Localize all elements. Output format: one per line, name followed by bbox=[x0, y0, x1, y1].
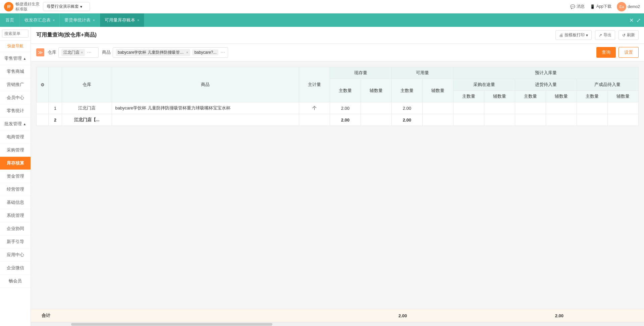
th-production-sub: 辅数量 bbox=[607, 91, 638, 102]
tab-available-stock-close[interactable]: × bbox=[137, 18, 139, 22]
table-area: ⚙ 仓库 商品 主计量 现存量 可用量 预计入库量 主数量 辅数量 主数量 辅数… bbox=[31, 61, 644, 309]
th-purchase-main: 主数量 bbox=[453, 91, 484, 102]
product-tag-1-close[interactable]: × bbox=[186, 50, 188, 54]
sidebar-item-member2[interactable]: 畅会员 bbox=[0, 275, 31, 288]
arrow-icon-2: ▲ bbox=[23, 122, 26, 126]
page-header: 可用量查询(按仓库+商品) 🖨 按模板打印 ▾ ↗ 导出 ↺ 刷新 bbox=[31, 27, 644, 44]
footer-available-main: 2.00 bbox=[546, 313, 573, 318]
row1-unit: 个 bbox=[299, 102, 330, 114]
row2-product bbox=[112, 114, 299, 126]
top-bar-right: 💬 消息 📱 App下载 Ea demo2 bbox=[570, 2, 640, 11]
row2-incoming-main bbox=[515, 114, 546, 126]
top-bar: 好 畅捷通好生意 标准版 母婴行业演示账套 ▾ 💬 消息 📱 App下载 Ea … bbox=[0, 0, 644, 13]
store-selector[interactable]: 母婴行业演示账套 ▾ bbox=[43, 2, 90, 11]
sidebar-item-retail-stats[interactable]: 零售统计 bbox=[0, 104, 31, 118]
app-download-btn[interactable]: 📱 App下载 bbox=[590, 4, 611, 9]
sidebar-item-inventory[interactable]: 库存核算 bbox=[0, 157, 31, 170]
table-row: 1 江北门店 babycare学饮杯 儿童防摔防撞吸管杯重力球吸嘴杯宝宝水杯 个… bbox=[37, 102, 639, 114]
user-avatar[interactable]: Ea demo2 bbox=[617, 2, 640, 11]
product-tag-2: babycare?... bbox=[192, 49, 218, 55]
sidebar-item-finance[interactable]: 资金管理 bbox=[0, 170, 31, 183]
expand-icon[interactable]: ⤢ bbox=[636, 17, 641, 24]
refresh-btn[interactable]: ↺ 刷新 bbox=[619, 30, 639, 40]
setting-btn[interactable]: 设置 bbox=[619, 47, 639, 58]
row2-unit bbox=[299, 114, 330, 126]
th-incoming-main: 主数量 bbox=[515, 91, 546, 102]
sidebar-item-enterprise[interactable]: 企业协同 bbox=[0, 222, 31, 235]
footer-stock-main: 2.00 bbox=[389, 313, 416, 318]
main-layout: 快捷导航 零售管理 ▲ 零售商城 营销推广 会员中心 零售统计 批发管理 ▲ 电… bbox=[0, 27, 644, 326]
th-production-main: 主数量 bbox=[577, 91, 607, 102]
th-unit: 主计量 bbox=[299, 67, 330, 102]
page-title: 可用量查询(按仓库+商品) bbox=[36, 32, 97, 39]
th-purchase-group: 采购在途量 bbox=[453, 79, 515, 91]
th-product: 商品 bbox=[112, 67, 299, 102]
chevron-down-icon-print: ▾ bbox=[586, 33, 588, 38]
row2-gear[interactable] bbox=[37, 114, 49, 126]
row1-available-main: 2.00 bbox=[391, 102, 422, 114]
data-table: ⚙ 仓库 商品 主计量 现存量 可用量 预计入库量 主数量 辅数量 主数量 辅数… bbox=[36, 67, 639, 126]
footer-stock-sub bbox=[468, 313, 494, 318]
sidebar-item-wechat[interactable]: 企业微信 bbox=[0, 262, 31, 275]
sidebar-quicknav[interactable]: 快捷导航 bbox=[0, 41, 31, 52]
print-icon: 🖨 bbox=[559, 33, 563, 38]
sidebar-item-marketing[interactable]: 营销推广 bbox=[0, 78, 31, 91]
message-btn[interactable]: 💬 消息 bbox=[570, 4, 585, 9]
warehouse-more[interactable]: ··· bbox=[87, 49, 91, 55]
sidebar-item-member[interactable]: 会员中心 bbox=[0, 91, 31, 104]
row1-gear[interactable] bbox=[37, 102, 49, 114]
sidebar-item-purchase[interactable]: 采购管理 bbox=[0, 144, 31, 157]
sidebar-item-system[interactable]: 系统管理 bbox=[0, 209, 31, 222]
sidebar-item-retail-mgmt[interactable]: 零售管理 ▲ bbox=[0, 52, 31, 65]
warehouse-tag: 江北门店 × bbox=[61, 49, 85, 56]
th-settings[interactable]: ⚙ bbox=[37, 67, 49, 102]
content-area: 可用量查询(按仓库+商品) 🖨 按模板打印 ▾ ↗ 导出 ↺ 刷新 ≫ bbox=[31, 27, 644, 326]
th-index bbox=[49, 67, 62, 102]
tab-order-stats-close[interactable]: × bbox=[93, 18, 95, 22]
sidebar-search-area bbox=[0, 27, 31, 41]
sidebar-item-newguide[interactable]: 新手引导 bbox=[0, 235, 31, 248]
query-btn[interactable]: 查询 bbox=[596, 47, 616, 58]
tab-home[interactable]: 首页 bbox=[0, 13, 20, 27]
sidebar-item-appcenter[interactable]: 应用中心 bbox=[0, 248, 31, 262]
message-icon: 💬 bbox=[570, 4, 575, 9]
export-btn[interactable]: ↗ 导出 bbox=[595, 30, 615, 40]
row1-stock-sub bbox=[361, 102, 391, 114]
warehouse-input[interactable]: 江北门店 × ··· bbox=[58, 47, 99, 58]
scrollbar-thumb[interactable] bbox=[71, 323, 272, 326]
horizontal-scrollbar[interactable] bbox=[31, 322, 644, 326]
tab-summary-close[interactable]: × bbox=[53, 18, 55, 22]
table-footer: 合计 2.00 2.00 bbox=[31, 309, 644, 322]
row1-production-main bbox=[577, 102, 607, 114]
sidebar-item-operations[interactable]: 经营管理 bbox=[0, 183, 31, 196]
filter-actions: 查询 设置 bbox=[596, 47, 639, 58]
th-available-sub: 辅数量 bbox=[422, 79, 453, 102]
search-input[interactable] bbox=[2, 30, 29, 38]
filter-toggle-btn[interactable]: ≫ bbox=[36, 48, 44, 56]
sidebar-item-basics[interactable]: 基础信息 bbox=[0, 196, 31, 209]
print-template-btn[interactable]: 🖨 按模板打印 ▾ bbox=[555, 30, 592, 40]
row2-purchase-sub bbox=[484, 114, 515, 126]
logo-area: 好 畅捷通好生意 标准版 bbox=[4, 2, 40, 11]
tab-order-stats[interactable]: 要货单统计表 × bbox=[60, 13, 100, 27]
sidebar-item-ecommerce[interactable]: 电商管理 bbox=[0, 131, 31, 144]
th-incoming-sub: 辅数量 bbox=[546, 91, 577, 102]
product-more[interactable]: ··· bbox=[220, 49, 225, 55]
th-forecast-group: 预计入库量 bbox=[453, 67, 638, 79]
warehouse-tag-close[interactable]: × bbox=[81, 50, 83, 54]
row1-purchase-sub bbox=[484, 102, 515, 114]
row1-stock-main: 2.00 bbox=[330, 102, 361, 114]
row1-available-sub bbox=[422, 102, 453, 114]
row1-production-sub bbox=[607, 102, 638, 114]
tab-available-stock[interactable]: 可用量库存账本 × bbox=[100, 13, 144, 27]
product-label: 商品 bbox=[102, 49, 111, 55]
product-input[interactable]: babycare学饮杯 儿童防摔防撞吸管杯重力球吸嘴杯宝宝水杯 × babyca… bbox=[113, 47, 228, 58]
close-window-icon[interactable]: ✕ bbox=[629, 17, 634, 24]
tab-summary[interactable]: 收发存汇总表 × bbox=[20, 13, 60, 27]
sidebar-item-retail-store[interactable]: 零售商城 bbox=[0, 65, 31, 78]
nav-tab-end-actions: ✕ ⤢ bbox=[626, 17, 644, 24]
row2-production-main bbox=[577, 114, 607, 126]
top-bar-left: 好 畅捷通好生意 标准版 母婴行业演示账套 ▾ bbox=[4, 2, 90, 11]
row2-purchase-main bbox=[453, 114, 484, 126]
sidebar-item-wholesale[interactable]: 批发管理 ▲ bbox=[0, 118, 31, 131]
